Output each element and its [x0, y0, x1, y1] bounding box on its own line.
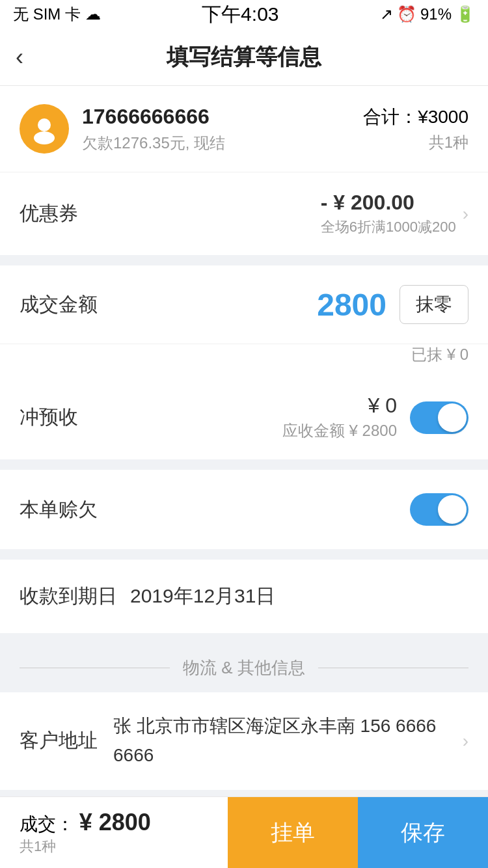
deal-section: 成交金额 2800 抹零 已抹 ¥ 0 冲预收 ¥ 0 应收金额 ¥ 2800 — [0, 265, 488, 459]
battery-level: 91% — [420, 5, 452, 23]
summary-label: 成交： — [20, 814, 74, 834]
address-section: 客户地址 张 北京市市辖区海淀区永丰南 156 6666 6666 › — [0, 692, 488, 790]
status-left: 无 SIM 卡 ☁ — [13, 4, 101, 25]
location-icon: ↗ — [380, 5, 393, 23]
pending-button[interactable]: 挂单 — [228, 797, 358, 868]
divider-line-right — [318, 668, 468, 668]
customer-left: 17666666666 欠款1276.35元, 现结 — [20, 104, 225, 154]
prepay-label: 冲预收 — [20, 404, 78, 431]
nav-header: ‹ 填写结算等信息 — [0, 29, 488, 86]
total-count: 共1种 — [363, 132, 468, 153]
coupon-right: - ¥ 200.00 全场6折满1000减200 › — [321, 191, 468, 237]
status-bar: 无 SIM 卡 ☁ 下午4:03 ↗ ⏰ 91% 🔋 — [0, 0, 488, 29]
battery-icon: 🔋 — [455, 5, 475, 23]
total-label-value: 合计：¥3000 — [363, 105, 468, 129]
save-button[interactable]: 保存 — [358, 797, 488, 868]
due-date-value: 2019年12月31日 — [130, 583, 275, 610]
coupon-label: 优惠券 — [20, 200, 78, 227]
summary-label-amount: 成交： ¥ 2800 — [20, 809, 208, 837]
customer-info: 17666666666 欠款1276.35元, 现结 — [82, 105, 225, 154]
prepay-info: ¥ 0 应收金额 ¥ 2800 — [282, 394, 397, 441]
summary-amount: ¥ 2800 — [79, 809, 151, 835]
prepay-row: 冲预收 ¥ 0 应收金额 ¥ 2800 — [0, 375, 488, 459]
customer-right: 合计：¥3000 共1种 — [363, 105, 468, 153]
deal-right: 2800 抹零 — [317, 285, 468, 324]
address-chevron-icon: › — [463, 731, 468, 752]
deal-amount: 2800 — [317, 287, 386, 323]
total-value: ¥3000 — [418, 107, 468, 127]
address-label: 客户地址 — [20, 727, 98, 754]
address-value: 张 北京市市辖区海淀区永丰南 156 6666 6666 — [113, 712, 463, 770]
deal-row: 成交金额 2800 抹零 — [0, 265, 488, 344]
avatar — [20, 104, 69, 154]
debt-label: 本单赊欠 — [20, 496, 98, 523]
deal-sub: 已抹 ¥ 0 — [0, 344, 488, 375]
deal-label: 成交金额 — [20, 292, 98, 318]
coupon-row[interactable]: 优惠券 - ¥ 200.00 全场6折满1000减200 › — [0, 172, 488, 255]
debt-row: 本单赊欠 — [0, 470, 488, 549]
sim-status: 无 SIM 卡 ☁ — [13, 4, 101, 25]
back-button[interactable]: ‹ — [16, 44, 23, 71]
customer-debt-info: 欠款1276.35元, 现结 — [82, 133, 225, 154]
debt-toggle[interactable] — [410, 493, 468, 526]
divider-line-left — [20, 668, 170, 668]
debt-section: 本单赊欠 — [0, 470, 488, 549]
page-title: 填写结算等信息 — [167, 42, 321, 72]
bottom-buttons: 挂单 保存 — [228, 797, 488, 868]
prepay-right: ¥ 0 应收金额 ¥ 2800 — [282, 394, 468, 441]
customer-phone: 17666666666 — [82, 105, 225, 129]
prepay-toggle[interactable] — [410, 401, 468, 434]
coupon-amount: - ¥ 200.00 — [321, 191, 456, 215]
total-label: 合计： — [363, 107, 418, 127]
summary-count: 共1种 — [20, 837, 208, 856]
svg-point-0 — [38, 118, 51, 131]
eraze-button[interactable]: 抹零 — [400, 285, 468, 324]
due-date-section: 收款到期日 2019年12月31日 — [0, 560, 488, 633]
due-date-row: 收款到期日 2019年12月31日 — [0, 560, 488, 633]
chevron-right-icon: › — [463, 204, 468, 224]
coupon-desc: 全场6折满1000减200 — [321, 217, 456, 237]
status-time: 下午4:03 — [202, 1, 278, 28]
status-right: ↗ ⏰ 91% 🔋 — [380, 5, 475, 23]
customer-section: 17666666666 欠款1276.35元, 现结 合计：¥3000 共1种 … — [0, 86, 488, 255]
prepay-sub: 应收金额 ¥ 2800 — [282, 420, 397, 441]
bottom-bar: 成交： ¥ 2800 共1种 挂单 保存 — [0, 796, 488, 868]
logistics-divider: 物流 & 其他信息 — [0, 644, 488, 692]
alarm-icon: ⏰ — [397, 5, 416, 23]
customer-row: 17666666666 欠款1276.35元, 现结 合计：¥3000 共1种 — [0, 86, 488, 172]
due-date-label: 收款到期日 — [20, 583, 117, 610]
logistics-label: 物流 & 其他信息 — [183, 657, 305, 679]
address-row[interactable]: 客户地址 张 北京市市辖区海淀区永丰南 156 6666 6666 › — [0, 692, 488, 790]
bottom-summary: 成交： ¥ 2800 共1种 — [0, 809, 228, 856]
coupon-info: - ¥ 200.00 全场6折满1000减200 — [321, 191, 456, 237]
prepay-amount: ¥ 0 — [282, 394, 397, 418]
svg-point-1 — [34, 131, 55, 144]
